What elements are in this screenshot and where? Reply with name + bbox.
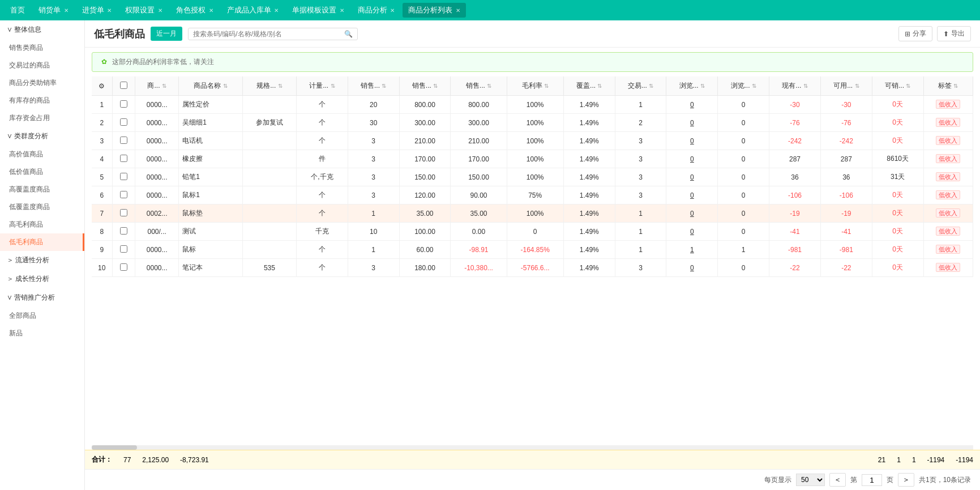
nav-home[interactable]: 首页 <box>5 3 31 18</box>
nav-product-analysis-list[interactable]: 商品分析列表 ✕ <box>403 3 466 18</box>
row-checkbox[interactable] <box>120 173 127 180</box>
cell-sale-count: 3 <box>348 132 399 150</box>
sidebar-group-overall[interactable]: ∨ 整体信息 <box>0 20 84 39</box>
share-button[interactable]: ⊞ 分享 <box>898 26 932 41</box>
sidebar-group-marketing[interactable]: ∨ 营销推广分析 <box>0 288 84 307</box>
footer-sale-amount: 2,125.00 <box>142 456 169 464</box>
footer-sale-count: 77 <box>123 456 131 464</box>
nav-roles-close[interactable]: ✕ <box>209 7 213 14</box>
row-checkbox[interactable] <box>120 118 127 126</box>
col-available-stock[interactable]: 可用... ⇅ <box>820 76 872 96</box>
nav-product-analysis-list-close[interactable]: ✕ <box>456 7 460 14</box>
col-spec[interactable]: 规格... ⇅ <box>242 76 296 96</box>
next-page-button[interactable]: ＞ <box>898 473 914 487</box>
table-row: 5 0000... 铅笔1 个,千克 3 150.00 150.00 100% … <box>92 168 973 186</box>
cell-views2: 0 <box>718 259 769 277</box>
row-checkbox[interactable] <box>120 155 127 162</box>
col-gross-margin[interactable]: 毛利率 ⇅ <box>507 76 563 96</box>
nav-permissions[interactable]: 权限设置 ✕ <box>119 3 168 18</box>
nav-product-analysis[interactable]: 商品分析 ✕ <box>352 3 401 18</box>
per-page-select[interactable]: 50 100 200 <box>796 474 825 486</box>
cell-gross-margin: 100% <box>507 114 563 132</box>
sidebar-item-new-goods[interactable]: 新品 <box>0 325 84 342</box>
sidebar-item-high-margin[interactable]: 高毛利商品 <box>0 216 84 233</box>
page-input[interactable] <box>862 474 882 486</box>
sidebar-item-category-sales-rate[interactable]: 商品分类助销率 <box>0 74 84 92</box>
cell-spec <box>242 223 296 241</box>
col-coverage[interactable]: 覆盖... ⇅ <box>563 76 615 96</box>
cell-current-stock: -30 <box>769 96 821 114</box>
col-unit[interactable]: 计量... ⇅ <box>296 76 348 96</box>
export-button[interactable]: ⬆ 导出 <box>937 26 971 41</box>
nav-product-entry-close[interactable]: ✕ <box>274 7 279 14</box>
nav-template-settings[interactable]: 单据模板设置 ✕ <box>286 3 350 18</box>
row-checkbox[interactable] <box>120 137 127 144</box>
col-current-stock[interactable]: 现有... ⇅ <box>769 76 821 96</box>
sidebar-group-overall-arrow: ∨ <box>7 25 12 33</box>
cell-available-stock: 287 <box>820 150 872 168</box>
date-filter-button[interactable]: 近一月 <box>151 27 182 41</box>
sidebar-item-stock-funds[interactable]: 库存资金占用 <box>0 109 84 127</box>
nav-product-entry[interactable]: 产成品入库单 ✕ <box>221 3 285 18</box>
sidebar-group-circulation[interactable]: ＞ 流通性分析 <box>0 251 84 270</box>
row-checkbox[interactable] <box>120 245 127 253</box>
col-views1[interactable]: 浏览... ⇅ <box>666 76 718 96</box>
sidebar-item-all-goods[interactable]: 全部商品 <box>0 307 84 325</box>
col-sellable-days[interactable]: 可销... ⇅ <box>872 76 923 96</box>
col-settings[interactable]: ⚙ <box>92 76 112 96</box>
col-name[interactable]: 商品名称 ⇅ <box>179 76 243 96</box>
sidebar-group-growth[interactable]: ＞ 成长性分析 <box>0 270 84 288</box>
cell-sellable-days: 0天 <box>872 114 923 132</box>
nav-template-close[interactable]: ✕ <box>340 7 344 14</box>
sidebar-item-low-value[interactable]: 低价值商品 <box>0 163 84 181</box>
cell-sale-profit: -98.91 <box>451 241 507 259</box>
prev-page-button[interactable]: ＜ <box>829 473 846 487</box>
cell-available-stock: -106 <box>820 186 872 204</box>
nav-product-analysis-close[interactable]: ✕ <box>390 7 395 14</box>
sidebar-item-low-coverage[interactable]: 低覆盖度商品 <box>0 198 84 216</box>
col-views2[interactable]: 浏览... ⇅ <box>718 76 769 96</box>
col-code[interactable]: 商... ⇅ <box>135 76 178 96</box>
cell-code: 0000... <box>135 186 178 204</box>
col-tag[interactable]: 标签 ⇅ <box>923 76 973 96</box>
cell-trade-count: 1 <box>615 204 666 223</box>
sidebar-item-high-value[interactable]: 高价值商品 <box>0 146 84 163</box>
cell-available-stock: -981 <box>820 241 872 259</box>
nav-roles[interactable]: 角色授权 ✕ <box>170 3 219 18</box>
col-sale-profit[interactable]: 销售... ⇅ <box>451 76 507 96</box>
table-row: 8 000/... 测试 千克 10 100.00 0.00 0 1.49% 1… <box>92 223 973 241</box>
col-sale-amount[interactable]: 销售... ⇅ <box>399 76 451 96</box>
sidebar-item-low-margin[interactable]: 低毛利商品 <box>0 233 84 251</box>
col-sale-count[interactable]: 销售... ⇅ <box>348 76 399 96</box>
select-all-checkbox[interactable] <box>120 82 127 89</box>
sidebar-item-traded-goods[interactable]: 交易过的商品 <box>0 57 84 74</box>
sidebar-group-cluster[interactable]: ∨ 类群度分析 <box>0 127 84 146</box>
row-checkbox[interactable] <box>120 191 127 198</box>
cell-unit: 个 <box>296 241 348 259</box>
export-icon: ⬆ <box>943 30 949 38</box>
cell-name: 鼠标 <box>179 241 243 259</box>
cell-views1: 0 <box>666 96 718 114</box>
nav-purchase[interactable]: 进货单 ✕ <box>76 3 118 18</box>
horizontal-scrollbar[interactable] <box>92 445 973 450</box>
nav-purchase-close[interactable]: ✕ <box>107 7 112 14</box>
nav-permissions-close[interactable]: ✕ <box>158 7 162 14</box>
scrollbar-thumb[interactable] <box>92 445 137 450</box>
cell-views2: 0 <box>718 186 769 204</box>
row-checkbox[interactable] <box>120 100 127 108</box>
nav-sales[interactable]: 销货单 ✕ <box>33 3 74 18</box>
row-checkbox[interactable] <box>120 263 127 271</box>
sidebar-item-high-coverage[interactable]: 高覆盖度商品 <box>0 181 84 198</box>
nav-sales-close[interactable]: ✕ <box>64 7 69 14</box>
settings-icon[interactable]: ⚙ <box>99 82 105 90</box>
cell-unit: 个 <box>296 186 348 204</box>
row-checkbox[interactable] <box>120 227 127 235</box>
cell-sale-profit: 800.00 <box>451 96 507 114</box>
sidebar-item-stocked-goods[interactable]: 有库存的商品 <box>0 92 84 109</box>
cell-current-stock: -41 <box>769 223 821 241</box>
col-trade-count[interactable]: 交易... ⇅ <box>615 76 666 96</box>
search-icon[interactable]: 🔍 <box>344 30 353 38</box>
sidebar-item-sales-goods[interactable]: 销售类商品 <box>0 39 84 57</box>
row-checkbox[interactable] <box>120 209 127 216</box>
search-input[interactable] <box>193 30 344 38</box>
